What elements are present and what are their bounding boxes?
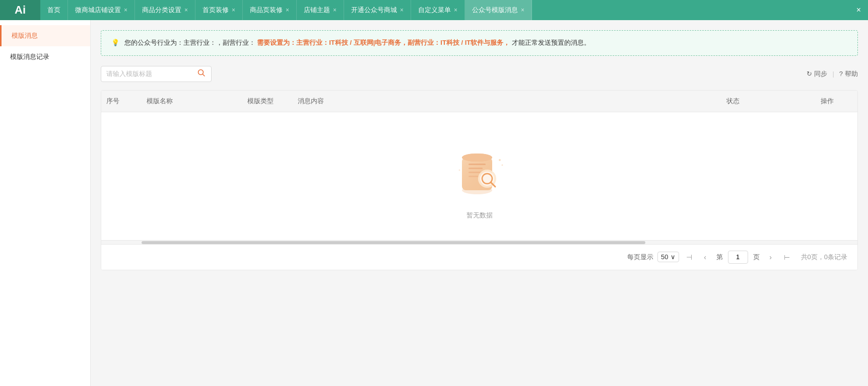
sidebar-item[interactable]: 模版消息 xyxy=(0,25,90,46)
per-page-label: 每页显示 xyxy=(627,253,653,262)
svg-point-6 xyxy=(462,153,492,162)
svg-line-1 xyxy=(203,74,205,76)
sync-icon: ↻ xyxy=(807,70,812,78)
logo-text: Ai xyxy=(15,4,26,17)
nav-tab[interactable]: 开通公众号商城× xyxy=(344,0,411,20)
prev-page-button[interactable]: ‹ xyxy=(699,251,711,263)
tab-close-icon[interactable]: × xyxy=(124,7,127,14)
th-status: 状态 xyxy=(721,91,797,112)
help-label: 帮助 xyxy=(845,69,858,79)
th-action: 操作 xyxy=(797,91,857,112)
help-button[interactable]: ? 帮助 xyxy=(839,69,858,79)
notice-icon: 💡 xyxy=(111,39,119,46)
search-left xyxy=(101,66,206,82)
svg-point-15 xyxy=(499,159,501,161)
nav-tab[interactable]: 商品分类设置× xyxy=(135,0,195,20)
nav-tab[interactable]: 自定义菜单× xyxy=(411,0,465,20)
search-bar: ↻ 同步 | ? 帮助 xyxy=(101,66,858,82)
svg-point-16 xyxy=(501,164,503,166)
scroll-thumb xyxy=(142,241,645,244)
divider: | xyxy=(832,70,834,78)
tab-close-icon[interactable]: × xyxy=(521,7,524,14)
empty-state: 暂无数据 xyxy=(101,112,857,240)
tab-close-icon[interactable]: × xyxy=(454,7,457,14)
search-right: ↻ 同步 | ? 帮助 xyxy=(807,69,858,79)
svg-point-17 xyxy=(458,169,460,171)
table-header: 序号 模版名称 模版类型 消息内容 状态 操作 xyxy=(101,91,857,112)
th-seq: 序号 xyxy=(101,91,142,112)
data-table: 序号 模版名称 模版类型 消息内容 状态 操作 xyxy=(101,90,858,270)
pagination: 每页显示 50 ∨ ⊣ ‹ 第 页 › ⊢ 共0页，0条记录 xyxy=(101,244,857,270)
notice-suffix: 才能正常发送预置的消息。 xyxy=(512,39,590,46)
main-layout: 模版消息模版消息记录 💡 您的公众号行业为：主营行业：，副营行业： 需要设置为：… xyxy=(0,20,868,386)
svg-rect-10 xyxy=(469,176,479,177)
tab-close-icon[interactable]: × xyxy=(286,7,289,14)
tab-close-icon[interactable]: × xyxy=(184,7,188,14)
empty-illustration xyxy=(449,142,510,203)
top-nav: Ai 首页微商城店铺设置×商品分类设置×首页装修×商品页装修×店铺主题×开通公众… xyxy=(0,0,868,20)
notice-box: 💡 您的公众号行业为：主营行业：，副营行业： 需要设置为：主营行业：IT科技 /… xyxy=(101,30,858,56)
logo: Ai xyxy=(0,0,40,20)
content-area: 💡 您的公众号行业为：主营行业：，副营行业： 需要设置为：主营行业：IT科技 /… xyxy=(91,20,868,386)
nav-tab[interactable]: 公众号模版消息× xyxy=(465,0,532,20)
tab-close-icon[interactable]: × xyxy=(333,7,337,14)
nav-tabs: 首页微商城店铺设置×商品分类设置×首页装修×商品页装修×店铺主题×开通公众号商城… xyxy=(40,0,849,20)
sidebar: 模版消息模版消息记录 xyxy=(0,20,91,386)
page-word: 页 xyxy=(753,253,760,262)
first-page-button[interactable]: ⊣ xyxy=(683,251,695,263)
sync-button[interactable]: ↻ 同步 xyxy=(807,69,827,79)
th-content: 消息内容 xyxy=(293,91,721,112)
notice-highlight: 需要设置为：主营行业：IT科技 / 互联网|电子商务，副营行业：IT科技 / I… xyxy=(257,39,510,46)
search-button[interactable] xyxy=(197,69,206,79)
page-input[interactable] xyxy=(728,251,748,264)
tab-close-icon[interactable]: × xyxy=(400,7,404,14)
per-page-select[interactable]: 50 ∨ xyxy=(657,252,679,262)
notice-prefix: 您的公众号行业为：主营行业：，副营行业： xyxy=(124,39,255,46)
sync-label: 同步 xyxy=(814,69,827,79)
svg-rect-7 xyxy=(469,164,486,165)
chevron-down-icon: ∨ xyxy=(671,253,676,261)
di-word: 第 xyxy=(716,253,723,262)
nav-tab[interactable]: 商品页装修× xyxy=(243,0,297,20)
search-input[interactable] xyxy=(101,66,212,82)
empty-text: 暂无数据 xyxy=(466,211,493,220)
nav-tab[interactable]: 微商城店铺设置× xyxy=(68,0,135,20)
nav-tab[interactable]: 店铺主题× xyxy=(297,0,344,20)
per-page-value: 50 xyxy=(661,253,668,261)
help-icon: ? xyxy=(839,70,843,78)
tab-close-icon[interactable]: × xyxy=(232,7,235,14)
th-name: 模版名称 xyxy=(142,91,242,112)
nav-tab[interactable]: 首页装修× xyxy=(195,0,243,20)
scroll-indicator[interactable] xyxy=(101,240,857,244)
last-page-button[interactable]: ⊢ xyxy=(781,251,793,263)
th-type: 模版类型 xyxy=(242,91,293,112)
total-info: 共0页，0条记录 xyxy=(801,253,847,262)
next-page-button[interactable]: › xyxy=(765,251,777,263)
svg-rect-8 xyxy=(469,168,483,169)
nav-tab[interactable]: 首页 xyxy=(40,0,68,20)
close-all-button[interactable]: × xyxy=(849,6,868,15)
sidebar-item[interactable]: 模版消息记录 xyxy=(0,46,90,67)
